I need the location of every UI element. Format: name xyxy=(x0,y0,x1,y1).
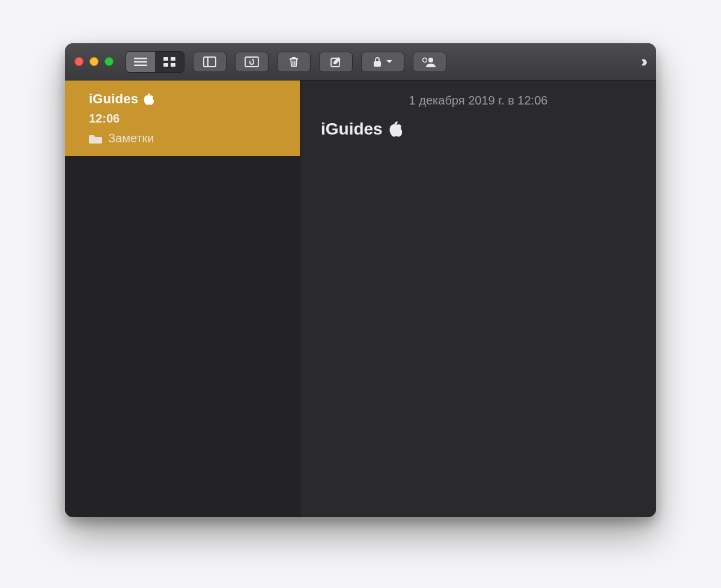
svg-rect-7 xyxy=(204,57,216,67)
note-title: iGuides xyxy=(321,120,636,139)
svg-rect-1 xyxy=(134,61,147,62)
svg-rect-2 xyxy=(134,64,147,65)
overflow-button[interactable]: ›› xyxy=(641,52,646,71)
note-date: 1 декабря 2019 г. в 12:06 xyxy=(321,94,636,108)
svg-rect-0 xyxy=(134,58,147,59)
note-list-item[interactable]: iGuides 12:06 Заметки xyxy=(65,80,300,156)
attachments-button[interactable] xyxy=(235,52,269,72)
svg-rect-13 xyxy=(374,61,381,67)
grid-icon xyxy=(163,57,175,67)
chevron-down-icon xyxy=(386,59,393,65)
notes-window: ›› iGuides 12:06 xyxy=(65,43,656,517)
svg-rect-6 xyxy=(171,63,175,67)
attachment-icon xyxy=(245,56,259,67)
share-button[interactable] xyxy=(413,52,446,72)
window-body: iGuides 12:06 Заметки 1 декабр xyxy=(65,80,656,517)
close-window-button[interactable] xyxy=(75,57,84,66)
svg-rect-4 xyxy=(171,57,175,61)
toggle-sidebar-button[interactable] xyxy=(193,52,227,72)
apple-icon xyxy=(143,93,154,105)
compose-icon xyxy=(330,56,342,68)
list-view-button[interactable] xyxy=(126,52,155,72)
titlebar: ›› xyxy=(65,43,656,80)
note-editor[interactable]: 1 декабря 2019 г. в 12:06 iGuides xyxy=(300,80,656,517)
compose-button[interactable] xyxy=(319,52,353,72)
svg-rect-5 xyxy=(163,63,168,67)
trash-icon xyxy=(288,56,300,68)
view-mode-segment xyxy=(126,51,184,73)
svg-point-14 xyxy=(428,58,433,62)
lock-menu-button[interactable] xyxy=(361,52,404,72)
add-person-icon xyxy=(422,56,437,67)
zoom-window-button[interactable] xyxy=(105,57,114,66)
svg-rect-9 xyxy=(245,57,258,67)
delete-button[interactable] xyxy=(277,52,311,72)
grid-view-button[interactable] xyxy=(155,52,184,72)
folder-icon xyxy=(89,133,102,144)
note-item-time: 12:06 xyxy=(89,112,284,126)
apple-icon xyxy=(389,121,402,137)
note-item-title: iGuides xyxy=(89,91,284,107)
lock-icon xyxy=(373,56,382,67)
list-icon xyxy=(134,57,147,67)
sidebar-icon xyxy=(203,56,216,67)
note-item-folder: Заметки xyxy=(89,132,284,145)
chevron-right-double-icon: ›› xyxy=(641,52,644,70)
svg-rect-3 xyxy=(163,57,168,61)
window-controls xyxy=(75,57,114,66)
notes-list: iGuides 12:06 Заметки xyxy=(65,80,300,517)
minimize-window-button[interactable] xyxy=(90,57,99,66)
